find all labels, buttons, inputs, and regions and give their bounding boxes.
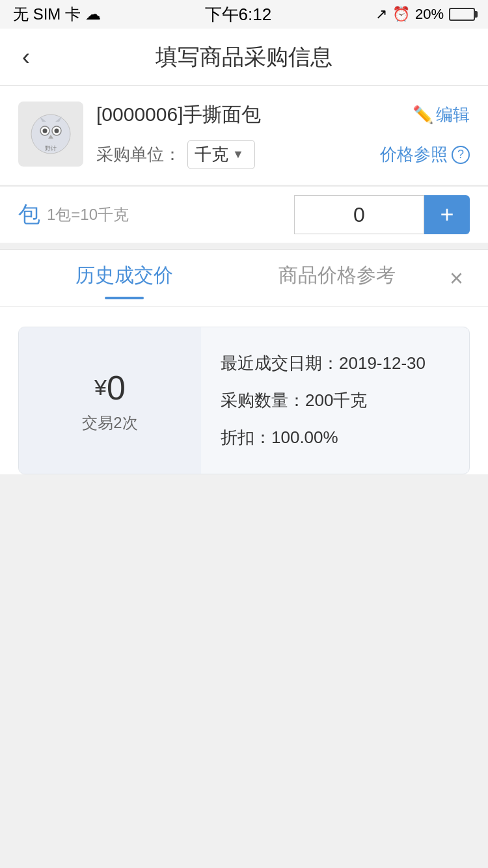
price-reference-button[interactable]: 价格参照 ? <box>380 143 470 166</box>
quantity-control: 0 + <box>294 195 470 234</box>
history-card: ¥0 交易2次 最近成交日期：2019-12-30 采购数量：200千克 折扣：… <box>18 327 470 474</box>
unit-left: 采购单位： 千克 ▼ <box>96 140 255 169</box>
recent-date-row: 最近成交日期：2019-12-30 <box>221 351 450 376</box>
tab-history-label: 历史成交价 <box>75 264 173 286</box>
history-card-detail-section: 最近成交日期：2019-12-30 采购数量：200千克 折扣：100.00% <box>201 327 469 474</box>
battery-percent: 20% <box>415 6 444 23</box>
product-unit-row: 采购单位： 千克 ▼ 价格参照 ? <box>96 140 470 169</box>
svg-text:野计: 野计 <box>45 145 57 152</box>
battery-icon <box>449 8 475 21</box>
history-card-price-section: ¥0 交易2次 <box>19 327 201 474</box>
unit-dropdown-arrow: ▼ <box>232 148 244 161</box>
price-value: 0 <box>107 369 126 407</box>
currency-symbol: ¥ <box>94 375 107 400</box>
signal-text: 无 SIM 卡 ☁ <box>13 4 101 25</box>
page-title: 填写商品采购信息 <box>156 42 332 72</box>
unit-select[interactable]: 千克 ▼ <box>187 140 255 169</box>
status-bar-time: 下午6:12 <box>205 3 272 26</box>
quantity-section: 包 1包=10千克 0 + <box>0 187 488 249</box>
product-info: [0000006]手撕面包 ✏️ 编辑 采购单位： 千克 ▼ 价格参照 ? <box>96 102 470 169</box>
price-ref-label: 价格参照 <box>380 143 448 166</box>
alarm-icon: ⏰ <box>392 6 410 23</box>
svg-point-3 <box>43 129 47 133</box>
purchase-qty-label: 采购数量： <box>221 390 305 410</box>
product-title-row: [0000006]手撕面包 ✏️ 编辑 <box>96 102 470 128</box>
tab-price-ref-label: 商品价格参考 <box>278 264 396 286</box>
main-background <box>0 494 488 868</box>
tab-history-price[interactable]: 历史成交价 <box>18 262 230 294</box>
quantity-label: 包 1包=10千克 <box>18 200 129 230</box>
quantity-input[interactable]: 0 <box>294 195 424 234</box>
back-button[interactable]: ‹ <box>16 37 36 77</box>
purchase-qty-row: 采购数量：200千克 <box>221 388 450 413</box>
price-ref-help-icon: ? <box>452 146 470 164</box>
edit-label: 编辑 <box>436 103 470 126</box>
status-bar-left: 无 SIM 卡 ☁ <box>13 4 101 25</box>
svg-point-4 <box>55 129 59 133</box>
unit-value: 千克 <box>195 143 228 166</box>
product-card: 野计 [0000006]手撕面包 ✏️ 编辑 采购单位： 千克 ▼ 价格参照 ? <box>0 86 488 185</box>
discount-label: 折扣： <box>221 427 271 447</box>
bottom-panel: 历史成交价 商品价格参考 × ¥0 交易2次 最近成交日期：2019-12-30… <box>0 249 488 474</box>
tab-price-reference[interactable]: 商品价格参考 <box>230 262 442 294</box>
quantity-unit-badge: 包 <box>18 200 40 230</box>
product-thumbnail: 野计 <box>18 102 83 167</box>
tab-close-button[interactable]: × <box>443 258 470 299</box>
nav-bar: ‹ 填写商品采购信息 <box>0 29 488 86</box>
tabs-bar: 历史成交价 商品价格参考 × <box>0 250 488 307</box>
unit-label: 采购单位： <box>96 143 181 166</box>
product-name: [0000006]手撕面包 <box>96 102 261 128</box>
history-price: ¥0 <box>94 368 126 407</box>
product-logo-icon: 野计 <box>28 111 74 157</box>
edit-button[interactable]: ✏️ 编辑 <box>413 103 470 126</box>
edit-icon: ✏️ <box>413 105 433 125</box>
recent-date-label: 最近成交日期： <box>221 353 339 373</box>
trade-count: 交易2次 <box>82 413 137 433</box>
status-bar: 无 SIM 卡 ☁ 下午6:12 ↗ ⏰ 20% <box>0 0 488 29</box>
purchase-qty-value: 200千克 <box>305 390 367 410</box>
status-bar-right: ↗ ⏰ 20% <box>375 6 475 23</box>
quantity-plus-button[interactable]: + <box>424 195 470 234</box>
discount-value: 100.00% <box>271 427 338 447</box>
location-icon: ↗ <box>375 6 387 23</box>
discount-row: 折扣：100.00% <box>221 425 450 450</box>
quantity-unit-info: 1包=10千克 <box>47 204 129 225</box>
recent-date-value: 2019-12-30 <box>339 353 426 373</box>
